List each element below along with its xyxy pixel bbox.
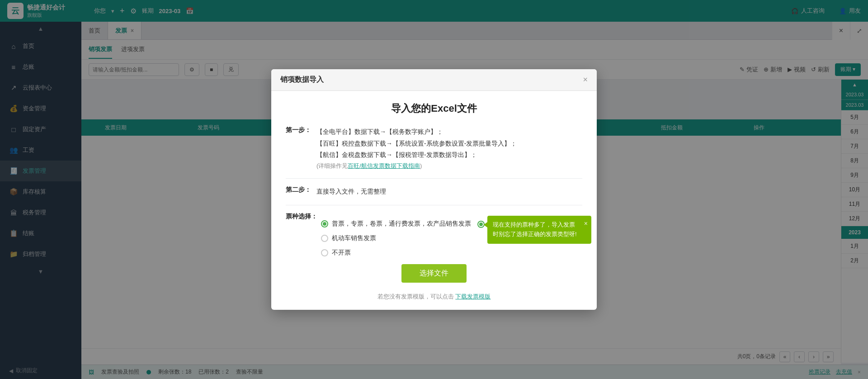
step2-content: 直接导入文件，无需整理 — [316, 186, 386, 197]
step1-line2: 【百旺】税控盘数据下载→【系统设置-系统参数设置-发票批量导入】； — [316, 138, 517, 149]
modal-close-btn[interactable]: × — [583, 75, 588, 85]
modal-backdrop: 销项数据导入 × 导入您的Excel文件 第一步： 【全电平台】数据下载→【税务… — [0, 0, 868, 379]
tooltip-bubble: 现在支持的票种多了，导入发票时别忘了选择正确的发票类型呀! × — [487, 216, 591, 244]
modal-footer-note: 若您没有发票模版，可以点击 下载发票模版 — [286, 293, 582, 301]
radio-label-2: 机动车销售发票 — [332, 234, 376, 242]
radio-group-container: 普票，专票，卷票，通行费发票，农产品销售发票 现在支持的票种多了，导入发票时别忘… — [321, 213, 484, 257]
ticket-selection-row: 票种选择： 普票，专票，卷票，通行费发票，农产品销售发票 — [286, 213, 582, 257]
step1-line3: 【航信】金税盘数据下载→【报税管理-发票数据导出】； — [316, 149, 517, 161]
radio-row-1: 普票，专票，卷票，通行费发票，农产品销售发票 现在支持的票种多了，导入发票时别忘… — [321, 220, 484, 228]
select-file-btn[interactable]: 选择文件 — [401, 264, 467, 283]
step1-line1: 【全电平台】数据下载→【税务数字账户】； — [316, 126, 517, 137]
modal-body: 导入您的Excel文件 第一步： 【全电平台】数据下载→【税务数字账户】； 【百… — [271, 91, 597, 309]
radio-item-1[interactable]: 普票，专票，卷票，通行费发票，农产品销售发票 — [321, 220, 471, 228]
modal-title: 销项数据导入 — [280, 75, 583, 85]
tooltip-area: 现在支持的票种多了，导入发票时别忘了选择正确的发票类型呀! × — [478, 220, 484, 227]
guide-link[interactable]: 百旺/航信发票数据下载指南 — [348, 162, 420, 169]
radio-label-3: 不开票 — [332, 249, 351, 257]
radio-circle-1[interactable] — [321, 220, 328, 227]
tooltip-trigger-dot[interactable] — [478, 222, 484, 227]
step1-row: 第一步： 【全电平台】数据下载→【税务数字账户】； 【百旺】税控盘数据下载→【系… — [286, 126, 582, 171]
step2-label: 第二步： — [286, 186, 313, 194]
tooltip-arrow — [484, 222, 487, 227]
radio-item-3[interactable]: 不开票 — [321, 249, 484, 257]
step1-content: 【全电平台】数据下载→【税务数字账户】； 【百旺】税控盘数据下载→【系统设置-系… — [316, 126, 517, 171]
radio-dot-1 — [323, 222, 326, 226]
step1-note: (详细操作见百旺/航信发票数据下载指南) — [316, 161, 517, 171]
import-modal: 销项数据导入 × 导入您的Excel文件 第一步： 【全电平台】数据下载→【税务… — [271, 69, 597, 309]
radio-item-2[interactable]: 机动车销售发票 — [321, 234, 484, 242]
radio-circle-2[interactable] — [321, 235, 328, 242]
tooltip-close-btn[interactable]: × — [584, 218, 588, 228]
divider1 — [286, 178, 582, 179]
download-template-link[interactable]: 下载发票模版 — [455, 293, 491, 300]
radio-circle-3[interactable] — [321, 249, 328, 256]
radio-label-1: 普票，专票，卷票，通行费发票，农产品销售发票 — [332, 220, 471, 228]
radio-group: 普票，专票，卷票，通行费发票，农产品销售发票 现在支持的票种多了，导入发票时别忘… — [321, 220, 484, 257]
divider2 — [286, 205, 582, 205]
tooltip-text: 现在支持的票种多了，导入发票时别忘了选择正确的发票类型呀! — [493, 221, 577, 237]
step2-row: 第二步： 直接导入文件，无需整理 — [286, 186, 582, 197]
modal-main-title: 导入您的Excel文件 — [286, 102, 582, 115]
ticket-label: 票种选择： — [286, 213, 317, 221]
modal-header: 销项数据导入 × — [271, 69, 597, 91]
step1-label: 第一步： — [286, 126, 313, 134]
modal-footer: 选择文件 — [286, 257, 582, 287]
